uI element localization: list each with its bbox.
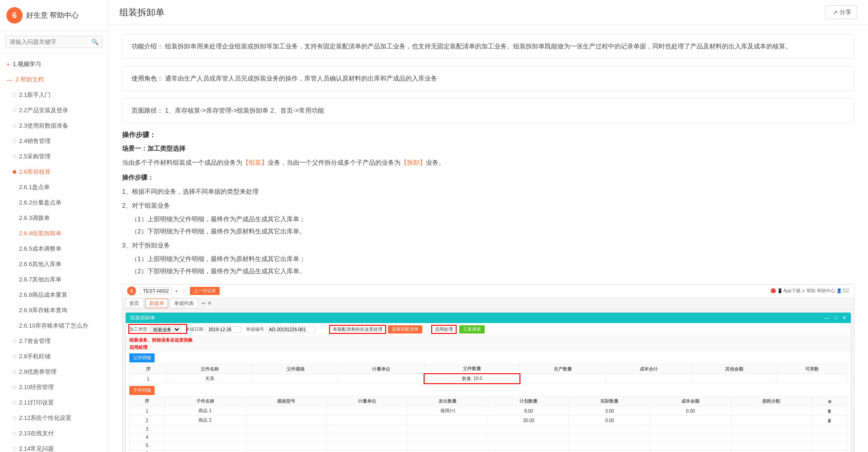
dot-orange-icon	[13, 170, 16, 174]
sidebar-item-2-6-5[interactable]: 2.6.5成本调整单	[0, 241, 108, 257]
sidebar-label: 2.5采购管理	[19, 152, 51, 161]
sidebar-item-2-13[interactable]: 2.13在线支付	[0, 426, 108, 441]
mock-cell	[650, 450, 731, 452]
sidebar-item-2-6-1[interactable]: 2.6.1盘点单	[0, 180, 108, 195]
sidebar-label: 2.14常见问题	[19, 445, 54, 452]
mock-confirm-btn[interactable]: 立案搜索	[459, 325, 485, 333]
mock-app-icons: 🔴 📱 App下载 ⊙ 帮助 帮助中心 👤 CC	[770, 288, 849, 294]
mock-child-col-6: 计划数量	[488, 397, 569, 406]
mock-docnum-label: 单据编号	[246, 326, 264, 333]
mock-child-section: 子件明细 序 子件名称 规格型号 计量单位 发出数量 计划数量	[126, 384, 851, 452]
mock-child-col-9: 损耗分配	[731, 397, 812, 406]
mock-cell	[165, 425, 245, 433]
sidebar-item-2-6-6[interactable]: 2.6.6其他入库单	[0, 257, 108, 272]
sidebar-item-videos[interactable]: + 1.视频学习	[0, 57, 108, 72]
mock-cell	[407, 416, 488, 425]
sidebar-item-2-6-7[interactable]: 2.6.7其他出库单	[0, 272, 108, 287]
sidebar-label: 2.6.9库存账本查询	[19, 306, 67, 314]
sidebar-item-2-6-2[interactable]: 2.6.2分量盘点单	[0, 195, 108, 210]
table-row: 2 商品 2 30.00 0.00 🗑	[130, 416, 847, 425]
mock-prev-btn[interactable]: 上一张记录	[190, 287, 220, 295]
search-box[interactable]: 🔍	[5, 36, 103, 48]
mock-cell: 30.00	[488, 416, 569, 425]
sidebar-item-2-10[interactable]: 2.10经营管理	[0, 380, 108, 395]
scene1-steps-title: 操作步骤：	[122, 174, 854, 182]
share-button[interactable]: ↗ 分享	[825, 5, 857, 19]
mock-cell	[650, 433, 731, 442]
search-input[interactable]	[9, 38, 91, 45]
sidebar-item-2-14[interactable]: 2.14常见问题	[0, 441, 108, 452]
mock-undo-icon[interactable]: ↩	[202, 300, 206, 306]
mock-cell: 2	[130, 416, 165, 425]
mock-maximize-icon[interactable]: □	[834, 315, 837, 320]
sidebar-label: 2.6.10库存账本错了怎么办	[19, 322, 88, 330]
path-block: 页面路径： 1、库存核算->库存管理->组装拆卸单 2、首页->常用功能	[122, 98, 854, 123]
mock-tab-home[interactable]: 首页	[125, 299, 143, 308]
dot-icon	[13, 401, 16, 404]
mock-annotation-switch: 组装业务、拆卸业务在这里切换	[129, 337, 193, 343]
mock-close-window-icon[interactable]: ✕	[842, 315, 846, 320]
sidebar-item-2-9[interactable]: 2.9优惠券管理	[0, 364, 108, 380]
sidebar-item-docs[interactable]: — 2.帮助文档	[0, 72, 108, 87]
mock-cell	[245, 406, 326, 416]
search-icon[interactable]: 🔍	[91, 38, 99, 45]
mock-cell	[692, 374, 778, 384]
mock-parent-col-4: 计量单位	[339, 364, 425, 374]
mock-cell	[569, 425, 650, 433]
mock-dropdown-icon: ▾	[175, 289, 178, 294]
sidebar-item-2-6-4-active[interactable]: 2.6.4组装拆卸单	[0, 226, 108, 241]
sidebar-item-2-6-9[interactable]: 2.6.9库存账本查询	[0, 303, 108, 318]
sidebar-item-2-6-10[interactable]: 2.6.10库存账本错了怎么办	[0, 318, 108, 333]
main-area: 组装拆卸单 ↗ 分享 功能介绍： 组装拆卸单用来处理企业组装或拆卸等加工业务，支…	[108, 0, 868, 452]
mock-tab-list[interactable]: 单据列表	[170, 299, 198, 308]
sidebar-item-2-5[interactable]: 2.5采购管理	[0, 149, 108, 164]
sidebar-item-2-4[interactable]: 2.4销售管理	[0, 133, 108, 149]
mock-cell	[520, 374, 606, 384]
mock-config-area: 有装配清单的在这里处理 选择装配清单	[329, 325, 422, 334]
mock-cell: 🗑	[812, 416, 847, 425]
mock-parent-col-1: 序	[130, 364, 167, 374]
mock-type-select[interactable]: 组装业务 拆卸业务	[149, 326, 181, 333]
sidebar-item-2-7[interactable]: 2.7资金管理	[0, 333, 108, 349]
mock-cell: 6	[130, 450, 165, 452]
nav-list: + 1.视频学习 — 2.帮助文档 2.1新手入门 2.2产品安装及登录 2.3…	[0, 53, 108, 452]
dot-icon	[13, 355, 16, 358]
sidebar-item-2-11[interactable]: 2.11打印设置	[0, 395, 108, 410]
func-intro-block: 功能介绍： 组装拆卸单用来处理企业组装或拆卸等加工业务，支持有固定装配清单的产品…	[122, 34, 854, 59]
sidebar-item-2-2[interactable]: 2.2产品安装及登录	[0, 103, 108, 118]
table-row: 3	[130, 425, 847, 433]
sidebar-item-2-6[interactable]: 2.6库存核算	[0, 164, 108, 180]
sidebar-label: 2.9优惠券管理	[19, 368, 57, 376]
sidebar-item-2-6-3[interactable]: 2.6.3调拨单	[0, 210, 108, 226]
mock-cell	[777, 374, 847, 384]
sidebar-label: 2.6.3调拨单	[19, 214, 50, 222]
mock-minimize-icon[interactable]: —	[824, 315, 829, 320]
table-row: 1 商品 1 领用(+) 8.00 3.00 0.00 🗑	[130, 406, 847, 416]
mock-select-config-btn[interactable]: 选择装配清单	[388, 325, 422, 333]
mock-child-col-1: 序	[130, 397, 165, 406]
dot-icon	[13, 447, 16, 451]
table-row: 1 关系 数量: 10.0	[130, 374, 847, 384]
mock-cell: 4	[130, 433, 165, 442]
step3: 3、对于拆卸业务	[122, 239, 854, 252]
mock-parent-table: 序 父件名称 父件规格 计量单位 父件数量 生产数量 成本合计 其他金额 可库数	[129, 364, 847, 384]
dot-icon	[13, 370, 16, 374]
sidebar-item-2-1[interactable]: 2.1新手入门	[0, 87, 108, 103]
sidebar-item-2-6-8[interactable]: 2.6.8商品成本重算	[0, 287, 108, 303]
sidebar-label: 2.2产品安装及登录	[19, 106, 68, 114]
mock-tab-new[interactable]: 新建单	[145, 299, 168, 308]
sidebar-label: 2.6库存核算	[19, 168, 51, 176]
mock-cell	[731, 406, 812, 416]
mock-close-icon[interactable]: ✕	[208, 300, 212, 306]
mock-cell: 🗑	[812, 406, 847, 416]
mock-has-config-box: 有装配清单的在这里处理	[329, 325, 386, 334]
top-bar: 组装拆卸单 ↗ 分享	[108, 0, 868, 25]
mock-docnum-input[interactable]	[266, 326, 316, 333]
mock-cell	[488, 450, 569, 452]
sidebar-item-2-8[interactable]: 2.8手机旺铺	[0, 349, 108, 364]
mock-cell	[326, 433, 407, 442]
mock-date-input[interactable]	[205, 326, 241, 333]
sidebar-item-2-3[interactable]: 2.3使用前数据准备	[0, 118, 108, 133]
sidebar-item-2-12[interactable]: 2.12系统个性化设置	[0, 410, 108, 426]
dot-icon	[13, 339, 16, 343]
